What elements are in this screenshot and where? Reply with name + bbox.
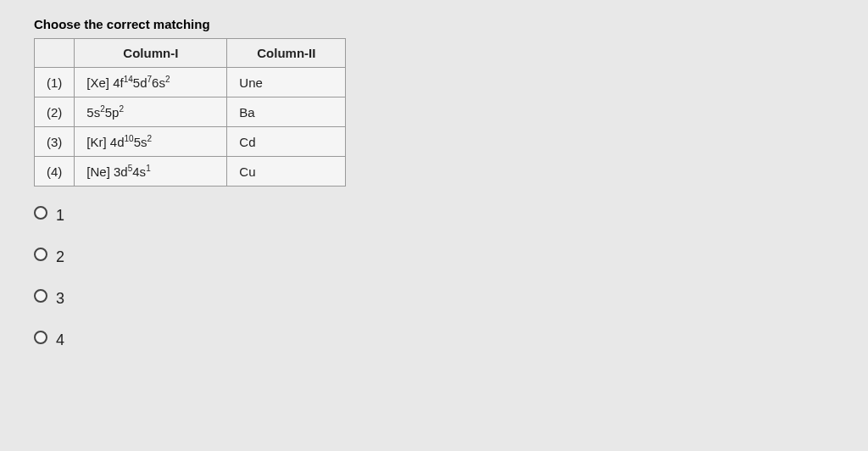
col1-value: [Ne] 3d54s1 bbox=[75, 157, 227, 187]
col2-value: Cu bbox=[227, 157, 346, 187]
table-row: (4) [Ne] 3d54s1 Cu bbox=[35, 157, 346, 187]
col1-value: [Kr] 4d105s2 bbox=[75, 127, 227, 157]
table-header-row: Column-I Column-II bbox=[35, 39, 346, 68]
radio-icon[interactable] bbox=[34, 289, 47, 303]
header-col1: Column-I bbox=[75, 39, 227, 68]
col1-value: 5s25p2 bbox=[75, 97, 227, 127]
row-number: (3) bbox=[35, 127, 75, 157]
option-label: 3 bbox=[56, 290, 64, 308]
option-2[interactable]: 2 bbox=[34, 245, 834, 263]
radio-icon[interactable] bbox=[34, 248, 47, 261]
option-label: 2 bbox=[56, 248, 64, 266]
matching-table: Column-I Column-II (1) [Xe] 4f145d76s2 U… bbox=[34, 38, 346, 187]
question-title: Choose the correct matching bbox=[34, 17, 834, 31]
col1-value: [Xe] 4f145d76s2 bbox=[75, 68, 227, 97]
option-4[interactable]: 4 bbox=[34, 328, 834, 346]
row-number: (1) bbox=[35, 68, 75, 97]
col2-value: Cd bbox=[227, 127, 346, 157]
radio-icon[interactable] bbox=[34, 331, 47, 344]
col2-value: Ba bbox=[227, 97, 346, 127]
row-number: (2) bbox=[35, 97, 75, 127]
header-empty bbox=[35, 39, 75, 68]
option-3[interactable]: 3 bbox=[34, 287, 834, 304]
table-row: (1) [Xe] 4f145d76s2 Une bbox=[35, 68, 346, 97]
table-row: (2) 5s25p2 Ba bbox=[35, 97, 346, 127]
option-label: 4 bbox=[56, 331, 64, 349]
table-row: (3) [Kr] 4d105s2 Cd bbox=[35, 127, 346, 157]
row-number: (4) bbox=[35, 157, 75, 187]
options-group: 1 2 3 4 bbox=[34, 203, 834, 346]
radio-icon[interactable] bbox=[34, 206, 47, 220]
option-1[interactable]: 1 bbox=[34, 203, 834, 221]
option-label: 1 bbox=[56, 207, 64, 225]
col2-value: Une bbox=[227, 68, 346, 97]
header-col2: Column-II bbox=[227, 39, 346, 68]
